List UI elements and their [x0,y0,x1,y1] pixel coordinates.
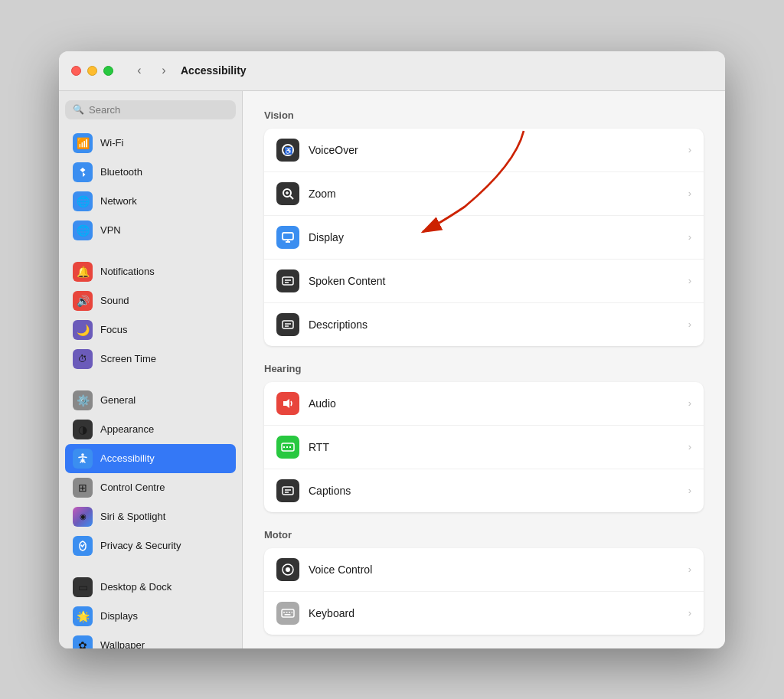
display-icon [276,226,299,249]
window-title: Accessibility [181,64,247,77]
sidebar-item-control-centre[interactable]: ⊞ Control Centre [65,473,236,502]
sidebar-item-accessibility[interactable]: Accessibility [65,444,236,473]
back-button[interactable]: ‹ [129,60,150,81]
sidebar-label-displays: Displays [100,610,138,622]
audio-chevron: › [688,397,691,409]
titlebar-nav: ‹ › [129,60,175,81]
sidebar-item-wallpaper[interactable]: ✿ Wallpaper [65,631,236,648]
voice-control-label: Voice Control [309,563,679,576]
privacy-icon [73,536,93,556]
sidebar-label-general: General [100,394,136,406]
svg-line-4 [290,196,293,199]
sidebar-item-general[interactable]: ⚙️ General [65,386,236,415]
zoom-label: Zoom [309,188,679,200]
svg-rect-13 [283,321,293,328]
voice-control-row[interactable]: Voice Control › [264,548,704,592]
maximize-button[interactable] [103,66,113,76]
sidebar-item-privacy[interactable]: Privacy & Security [65,531,236,560]
svg-rect-19 [286,446,288,448]
sidebar-item-vpn[interactable]: 🌐 VPN [65,216,236,245]
sidebar: 🔍 📶 Wi-Fi Bluetooth 🌐 Network [59,91,243,648]
bluetooth-icon [73,162,93,182]
keyboard-chevron: › [688,607,691,619]
voiceover-label: VoiceOver [309,144,679,156]
voiceover-row[interactable]: ♿ VoiceOver › [264,129,704,172]
main-content: Vision ♿ VoiceOver › [243,91,725,648]
sidebar-item-sound[interactable]: 🔊 Sound [65,286,236,315]
close-button[interactable] [71,66,81,76]
motor-settings-group: Voice Control › Keyboard [264,548,704,635]
search-bar[interactable]: 🔍 [65,100,236,119]
display-chevron: › [688,231,691,243]
sidebar-item-siri[interactable]: ◉ Siri & Spotlight [65,502,236,531]
svg-rect-10 [283,277,293,285]
accessibility-icon [73,449,93,469]
sidebar-label-siri: Siri & Spotlight [100,511,165,522]
spoken-content-label: Spoken Content [309,275,679,287]
sidebar-item-network[interactable]: 🌐 Network [65,187,236,216]
sidebar-item-appearance[interactable]: ◑ Appearance [65,415,236,444]
vpn-icon: 🌐 [73,220,93,240]
forward-button[interactable]: › [153,60,175,81]
svg-marker-16 [283,399,289,408]
sidebar-label-bluetooth: Bluetooth [100,166,142,178]
search-input[interactable] [89,104,228,116]
svg-rect-30 [292,612,293,613]
keyboard-row[interactable]: Keyboard › [264,592,704,635]
zoom-row[interactable]: Zoom › [264,172,704,216]
content-area: 🔍 📶 Wi-Fi Bluetooth 🌐 Network [59,91,725,648]
hearing-section-title: Hearing [264,363,704,374]
sidebar-label-wifi: Wi-Fi [100,137,123,149]
sidebar-item-screen-time[interactable]: ⏱ Screen Time [65,345,236,374]
svg-rect-18 [283,446,285,448]
keyboard-icon [276,602,299,625]
hearing-settings-group: Audio › RTT › [264,382,704,512]
sidebar-item-desktop-dock[interactable]: ▭ Desktop & Dock [65,573,236,602]
spoken-content-chevron: › [688,275,691,286]
voiceover-chevron: › [688,144,691,155]
network-icon: 🌐 [73,191,93,211]
rtt-label: RTT [309,441,679,453]
rtt-row[interactable]: RTT › [264,426,704,469]
sidebar-label-screen-time: Screen Time [100,353,156,364]
audio-row[interactable]: Audio › [264,382,704,426]
traffic-lights [71,66,113,76]
minimize-button[interactable] [87,66,97,76]
svg-rect-31 [285,614,291,616]
system-preferences-window: ‹ › Accessibility 🔍 📶 Wi-Fi [59,51,725,648]
keyboard-label: Keyboard [309,607,679,619]
voiceover-icon: ♿ [276,139,299,162]
vision-section-title: Vision [264,109,704,121]
descriptions-label: Descriptions [309,318,679,331]
sidebar-label-control-centre: Control Centre [100,482,165,493]
display-label: Display [309,231,679,243]
sidebar-item-focus[interactable]: 🌙 Focus [65,315,236,345]
descriptions-icon [276,313,299,336]
titlebar: ‹ › Accessibility [59,51,725,91]
wifi-icon: 📶 [73,133,93,153]
wallpaper-icon: ✿ [73,635,93,648]
rtt-chevron: › [688,441,691,452]
svg-rect-7 [283,233,293,240]
sidebar-label-accessibility: Accessibility [100,452,155,464]
sidebar-label-wallpaper: Wallpaper [100,639,145,648]
captions-row[interactable]: Captions › [264,469,704,512]
display-row[interactable]: Display › [264,216,704,260]
sidebar-item-bluetooth[interactable]: Bluetooth [65,158,236,187]
sidebar-group-hardware: ▭ Desktop & Dock 🌟 Displays ✿ Wallpaper [65,573,236,648]
captions-chevron: › [688,485,691,496]
descriptions-row[interactable]: Descriptions › [264,303,704,346]
sidebar-item-displays[interactable]: 🌟 Displays [65,602,236,631]
sidebar-item-wifi[interactable]: 📶 Wi-Fi [65,129,236,158]
sidebar-item-notifications[interactable]: 🔔 Notifications [65,257,236,286]
displays-icon: 🌟 [73,606,93,626]
sound-icon: 🔊 [73,291,93,311]
sidebar-label-focus: Focus [100,324,127,335]
svg-point-0 [81,453,84,456]
captions-icon [276,479,299,502]
sidebar-label-appearance: Appearance [100,423,154,435]
control-centre-icon: ⊞ [73,478,93,498]
descriptions-chevron: › [688,318,691,330]
spoken-content-row[interactable]: Spoken Content › [264,260,704,303]
sidebar-label-desktop-dock: Desktop & Dock [100,581,172,593]
